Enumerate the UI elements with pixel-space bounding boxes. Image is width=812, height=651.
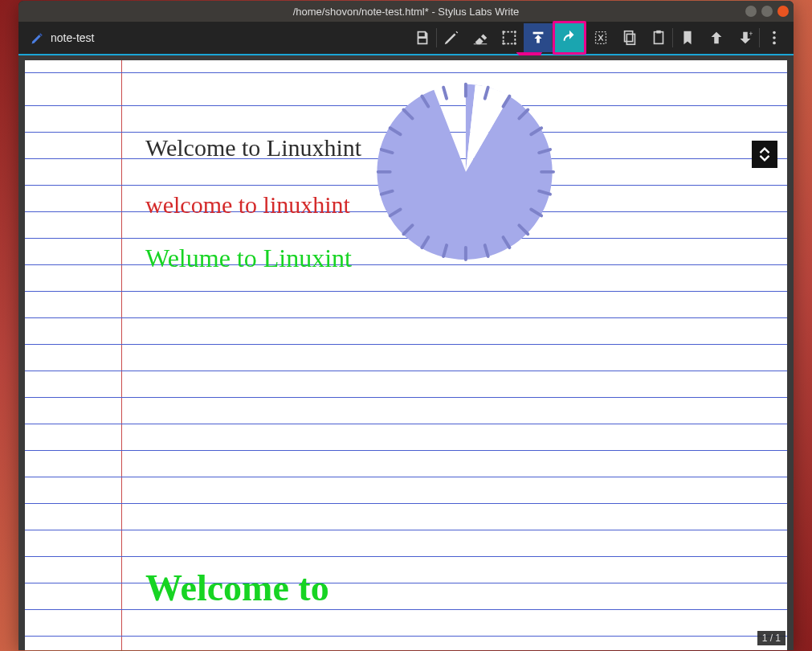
insert-space-button[interactable] [524,23,553,52]
toolbar: note-test [18,22,794,55]
titlebar: /home/shovon/note-test.html* - Stylus La… [18,1,794,22]
undo-highlight-annotation [553,21,586,55]
arrow-up-icon [708,29,725,47]
svg-point-2 [514,31,516,33]
svg-rect-7 [625,31,633,42]
arrow-down-plus-icon: + [737,29,754,47]
scroll-handle[interactable] [752,141,777,168]
svg-rect-10 [656,31,661,34]
svg-point-1 [502,31,504,33]
document-tab-label: note-test [51,31,94,44]
menu-button[interactable] [760,23,789,52]
svg-point-12 [773,31,776,35]
close-button[interactable] [777,6,789,17]
select-icon [500,29,518,47]
svg-rect-8 [626,34,635,44]
handwriting-line-1: Welcome to Linuxhint [145,134,361,162]
svg-point-4 [514,43,516,45]
svg-rect-5 [533,32,544,35]
eraser-tool-button[interactable] [466,23,495,52]
next-page-button[interactable]: + [731,23,760,52]
ink-layer [25,60,787,650]
window-title: /home/shovon/note-test.html* - Stylus La… [293,6,520,18]
svg-rect-9 [655,32,663,44]
save-button[interactable] [408,23,437,52]
minimize-button[interactable] [745,6,757,17]
cut-icon [592,29,610,47]
note-paper[interactable]: Welcome to Linuxhint welcome to linuxhin… [25,60,787,650]
bookmark-icon [679,29,696,47]
eraser-icon [471,29,489,47]
undo-button[interactable] [555,23,584,52]
paste-button[interactable] [644,23,673,52]
maximize-button[interactable] [761,6,773,17]
kebab-menu-icon [765,29,783,47]
copy-icon [621,29,639,47]
bookmark-button[interactable] [673,23,702,52]
pen-tool-button[interactable] [437,23,466,52]
select-tool-button[interactable] [495,23,524,52]
page-indicator: 1 / 1 [757,631,785,645]
svg-rect-0 [504,32,516,44]
paste-icon [650,29,667,47]
save-icon [414,29,431,47]
window-controls [745,6,789,17]
prev-page-button[interactable] [702,23,731,52]
clock-drawing [377,84,553,260]
svg-point-3 [502,43,504,45]
undo-icon [561,29,578,47]
cut-button[interactable] [586,23,615,52]
app-window: /home/shovon/note-test.html* - Stylus La… [18,1,794,650]
handwriting-line-3: Welume to Linuxint [145,244,352,273]
svg-text:+: + [749,31,753,38]
document-tab[interactable]: note-test [23,30,100,46]
handwriting-line-4: Welcome to [145,567,329,609]
svg-point-13 [773,36,776,39]
copy-button[interactable] [615,23,644,52]
pen-tab-icon [30,30,46,46]
pencil-icon [443,29,460,47]
handwriting-line-2: welcome to linuxhint [145,191,350,219]
chevron-updown-icon [756,145,773,163]
svg-point-14 [773,42,776,45]
canvas-area: Welcome to Linuxhint welcome to linuxhin… [18,55,794,650]
insert-space-icon [529,29,547,47]
svg-line-39 [443,88,447,99]
